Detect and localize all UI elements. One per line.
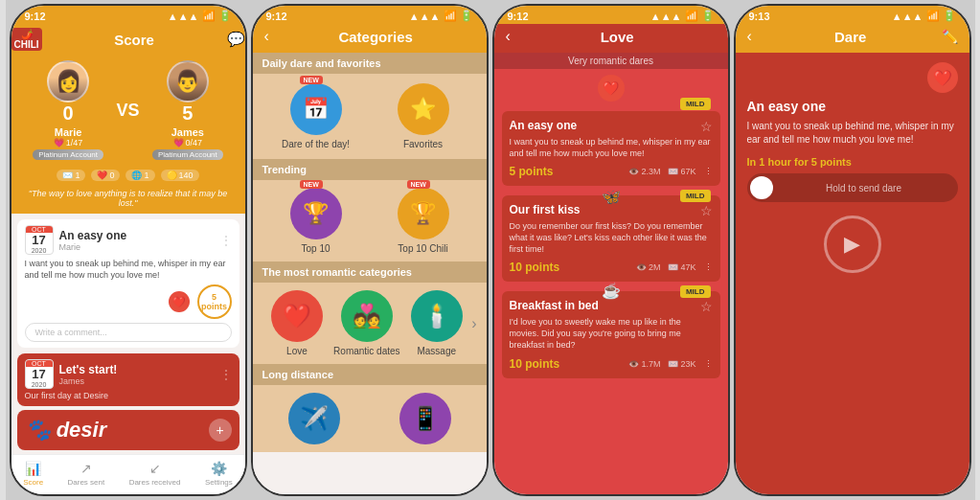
score-divider: VS — [116, 101, 139, 121]
trending-row: NEW 🏆 Top 10 NEW 🏆 Top 10 Chili — [253, 180, 487, 261]
feed-item-1[interactable]: OCT 17 2020 An easy one Marie ⋮ I want y… — [17, 219, 239, 348]
phone3-body[interactable]: Very romantic dares ❤️ MILD An easy one … — [494, 53, 728, 494]
phone2-categories: 9:12 ▲▲▲ 📶 🔋 ‹ Categories Daily dare and… — [251, 4, 489, 496]
nav-dares-sent[interactable]: ↗ Dares sent — [68, 461, 105, 487]
comment-input[interactable]: Write a comment... — [25, 323, 232, 342]
top10chili-label: Top 10 Chili — [398, 243, 447, 254]
dare2-stats: 👁️ 2M ✉️ 47K ⋮ — [636, 262, 713, 272]
phone1-title: Score — [50, 32, 219, 48]
battery-icon4: 🔋 — [943, 10, 956, 22]
more-icon2[interactable]: ⋮ — [220, 368, 232, 381]
dare3-top: Breakfast in bed ☆ — [510, 299, 713, 314]
dare1-stats: 👁️ 2.3M ✉️ 67K ⋮ — [628, 167, 712, 176]
dare-time-label: In 1 hour for 5 points — [747, 156, 958, 168]
nav-dares-received[interactable]: ↙ Dares received — [129, 461, 181, 487]
dare2-meta: 10 points 👁️ 2M ✉️ 47K ⋮ — [510, 261, 713, 274]
dare3-mails: ✉️ 23K — [668, 359, 695, 369]
feed-area[interactable]: OCT 17 2020 An easy one Marie ⋮ I want y… — [11, 214, 245, 454]
send-dare-button[interactable]: ▶ — [824, 216, 881, 273]
love-category[interactable]: ❤️ Love — [262, 290, 332, 356]
dare2-more[interactable]: ⋮ — [704, 262, 713, 272]
long-distance-icon2: 📱 — [399, 393, 451, 444]
bottom-nav: 📊 Score ↗ Dares sent ↙ Dares received ⚙️… — [11, 454, 245, 494]
feed-item-1-actions: ❤️ 5 points — [25, 284, 232, 319]
massage-category[interactable]: 🕯️ Massage — [401, 290, 471, 356]
daily-grid: NEW 📅 Dare of the day! ⭐ Favorites — [253, 74, 487, 159]
like-button[interactable]: ❤️ — [169, 291, 190, 312]
back-button[interactable]: ‹ — [264, 28, 269, 45]
trending-section-header: Trending — [253, 159, 487, 180]
desire-banner[interactable]: 🐾 desir + — [17, 410, 239, 450]
player1-stats: 💗 1/47 — [54, 138, 83, 148]
dare-page-text: I want you to sneak up behind me, whispe… — [747, 120, 958, 147]
daily-dare-label: Dare of the day! — [282, 139, 350, 149]
top10chili-item[interactable]: NEW 🏆 Top 10 Chili — [370, 188, 477, 254]
player1-score: 0 — [63, 102, 74, 125]
dare3-points: 10 points — [510, 357, 560, 371]
long-distance-item1[interactable]: ✈️ — [262, 393, 366, 444]
phone4-back-button[interactable]: ‹ — [747, 28, 752, 45]
favorites-item[interactable]: ⭐ Favorites — [370, 83, 477, 149]
chili-logo: 🌶️CHILI — [11, 28, 42, 51]
dare1-mails: ✉️ 67K — [668, 167, 695, 176]
phone2-status-icons: ▲▲▲ 📶 🔋 — [409, 10, 473, 22]
heart-stat: ❤️ 0 — [91, 170, 120, 181]
dare3-text: I'd love you to sweetly wake me up like … — [510, 317, 713, 351]
phone3-back-button[interactable]: ‹ — [506, 28, 511, 45]
dare3-title: Breakfast in bed — [510, 299, 700, 312]
dare1-title: An easy one — [510, 119, 700, 132]
dare-card-wrapper-1: ❤️ MILD An easy one ☆ I want you to snea… — [494, 75, 728, 186]
add-desire-button[interactable]: + — [209, 419, 232, 442]
dare3-more[interactable]: ⋮ — [704, 359, 713, 369]
score-stats-row: ✉️ 1 ❤️ 0 🌐 1 🟡 140 — [11, 168, 245, 187]
dare1-views: 👁️ 2.3M — [628, 167, 660, 176]
long-distance-header: Long distance — [253, 364, 487, 385]
send-slider[interactable]: Hold to send dare — [747, 173, 958, 202]
wifi-icon3: 📶 — [685, 10, 698, 22]
dare-card-2[interactable]: MILD 🦋 Our first kiss ☆ Do you remember … — [502, 195, 720, 282]
screens-container: 9:12 ▲▲▲ 📶 🔋 🌶️CHILI Score 💬 👩 0 — [6, 0, 975, 500]
edit-icon[interactable]: ✏️ — [942, 29, 958, 44]
dare3-views: 👁️ 1.7M — [628, 359, 660, 369]
phone3-love: 9:12 ▲▲▲ 📶 🔋 ‹ Love Very romantic dares … — [492, 4, 730, 496]
phone1-status-bar: 9:12 ▲▲▲ 📶 🔋 — [11, 6, 245, 24]
dare-card-3[interactable]: MILD ☕ Breakfast in bed ☆ I'd love you t… — [502, 291, 720, 377]
player2-score: 5 — [182, 102, 193, 125]
feed-item-2[interactable]: OCT 17 2020 Let's start! James ⋮ Our fir… — [17, 353, 239, 406]
signal-icon2: ▲▲▲ — [409, 11, 441, 22]
phone1-score: 9:12 ▲▲▲ 📶 🔋 🌶️CHILI Score 💬 👩 0 — [10, 4, 247, 496]
phone4-header: ‹ Dare ✏️ — [736, 24, 969, 53]
dare-card-1[interactable]: MILD An easy one ☆ I want you to sneak u… — [502, 111, 720, 186]
dare3-star[interactable]: ☆ — [700, 299, 713, 314]
long-distance-item2[interactable]: 📱 — [374, 393, 477, 444]
player1-name: Marie — [55, 126, 82, 138]
more-categories-arrow[interactable]: › — [471, 315, 476, 332]
slider-label: Hold to send dare — [773, 183, 955, 193]
dare2-butterfly: 🦋 — [602, 188, 621, 206]
dares-sent-icon: ↗ — [80, 461, 92, 476]
player2-badge: Platinum Account — [152, 149, 223, 160]
massage-icon: 🕯️ — [411, 290, 463, 342]
dare2-star[interactable]: ☆ — [700, 203, 713, 218]
dare1-star[interactable]: ☆ — [700, 119, 713, 134]
phone3-time: 9:12 — [508, 11, 529, 22]
daily-dare-item[interactable]: NEW 📅 Dare of the day! — [262, 83, 370, 149]
top10chili-icon: 🏆 — [398, 188, 449, 239]
dare1-more[interactable]: ⋮ — [704, 167, 713, 176]
feed-item-1-author: Marie — [59, 242, 127, 252]
nav-settings[interactable]: ⚙️ Settings — [205, 461, 233, 487]
nav-score[interactable]: 📊 Score — [23, 461, 43, 487]
favorites-icon: ⭐ — [398, 83, 449, 135]
love-label: Love — [286, 346, 308, 356]
feed-item-2-title: Let's start! — [59, 363, 118, 376]
romantic-dates-category[interactable]: 💑 Romantic dates — [331, 290, 401, 356]
top10-item[interactable]: NEW 🏆 Top 10 — [262, 188, 370, 254]
dares-received-icon: ↙ — [149, 461, 161, 476]
more-icon[interactable]: ⋮ — [220, 234, 232, 247]
love-icon: ❤️ — [271, 290, 323, 342]
phone2-status-bar: 9:12 ▲▲▲ 📶 🔋 — [253, 6, 487, 24]
chili-app-icon: 🌶️CHILI — [11, 28, 42, 51]
most-romantic-header: The most romantic categories — [253, 261, 487, 283]
battery-icon: 🔋 — [218, 10, 232, 22]
favorites-label: Favorites — [403, 139, 443, 149]
